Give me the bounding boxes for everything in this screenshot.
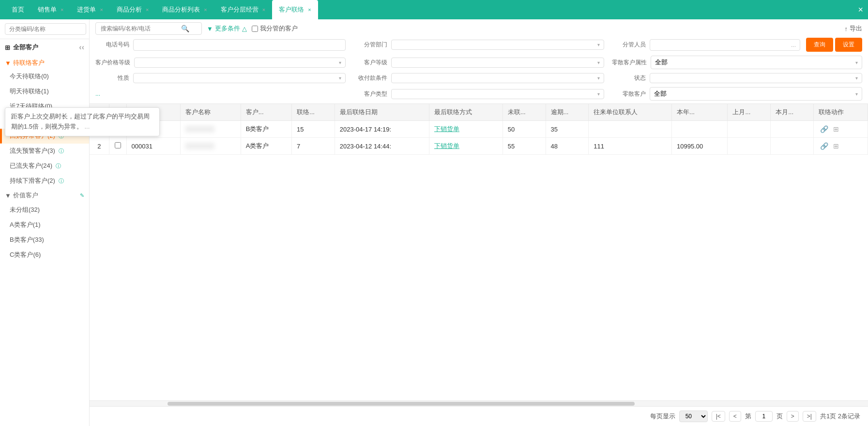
sidebar-item-today[interactable]: 今天待联络(0): [0, 69, 89, 84]
nav-customer-contact[interactable]: 客户联络 ×: [272, 0, 318, 19]
row2-code: 000031: [126, 138, 181, 155]
nav-product-analysis-list[interactable]: 商品分析列表 ×: [155, 0, 213, 19]
nav-customer-contact-close[interactable]: ×: [308, 0, 311, 19]
filter-payment-terms-select[interactable]: ▾: [391, 73, 604, 83]
nav-home[interactable]: 首页: [5, 0, 31, 19]
row2-current-year: 10995.00: [672, 138, 728, 155]
my-customer-checkbox[interactable]: 我分管的客户: [252, 24, 298, 33]
filter-retail-customer-select[interactable]: 全部 ▾: [650, 87, 862, 101]
next-page-btn[interactable]: >: [787, 411, 799, 422]
settings-button[interactable]: 设置: [835, 38, 862, 52]
horizontal-scrollbar[interactable]: [90, 400, 868, 406]
sidebar-item-ungroup[interactable]: 未分组(32): [0, 203, 89, 218]
row2-last-contact-method[interactable]: 下销货单: [429, 138, 503, 155]
row1-last-contact-method[interactable]: 下销货单: [429, 121, 503, 138]
row2-grid-icon[interactable]: ⊞: [833, 142, 839, 150]
filter-bar: 🔍 ▼ 更多条件 △ 我分管的客户 ↑ 导出: [90, 19, 868, 104]
query-button[interactable]: 查询: [806, 38, 833, 52]
sidebar-item-churned[interactable]: 已流失客户(24) ⓘ: [0, 159, 89, 174]
filter-status-select[interactable]: ▾: [650, 73, 862, 83]
first-page-btn[interactable]: |<: [712, 411, 725, 422]
sidebar-item-c-class[interactable]: C类客户(6): [0, 248, 89, 263]
sidebar-value-edit-icon[interactable]: ✎: [80, 192, 84, 199]
filter-manager: 分管人员 ... 查询 设置: [612, 38, 862, 52]
th-last-month: 上月...: [728, 104, 771, 121]
sidebar-item-churn-info[interactable]: ⓘ: [59, 148, 64, 154]
row1-not-contacted: 50: [503, 121, 546, 138]
row1-actions[interactable]: 🔗 ⊞: [813, 121, 868, 138]
page-input[interactable]: [755, 411, 773, 422]
sidebar-item-churn-warning[interactable]: 流失预警客户(3) ⓘ: [0, 144, 89, 159]
filter-nature-select[interactable]: ▾: [133, 73, 346, 83]
filter-dept: 分管部门 ▾: [353, 38, 604, 52]
main-search-input[interactable]: [101, 25, 178, 32]
row2-partner-contact: 111: [589, 138, 672, 155]
page-suffix: 页: [777, 412, 783, 421]
main-search-icon[interactable]: 🔍: [181, 25, 189, 32]
scrollbar-thumb[interactable]: [168, 402, 635, 406]
sidebar-item-b-class[interactable]: B类客户(33): [0, 233, 89, 248]
filter-customer-level-label: 客户等级: [353, 59, 387, 67]
export-button[interactable]: ↑ 导出: [845, 24, 863, 33]
filter-extra-more[interactable]: ...: [95, 90, 100, 97]
nav-product-analysis-list-close[interactable]: ×: [204, 0, 207, 19]
nav-customer-tier-close[interactable]: ×: [262, 0, 265, 19]
row2-name[interactable]: [181, 138, 241, 155]
filter-customer-level: 客户等级 ▾: [353, 56, 604, 69]
sidebar: 🔍 ⊞ 全部客户 ‹‹ ▼ 待联络客户 今天待联络(0) 明天待联络(1) 近7…: [0, 19, 90, 426]
filter-icon: ▼: [207, 25, 213, 32]
sidebar-grid-icon: ⊞: [5, 44, 10, 51]
sidebar-all-customers-header: ⊞ 全部客户 ‹‹: [0, 39, 89, 56]
sidebar-all-customers-label[interactable]: 全部客户: [13, 43, 38, 52]
filter-customer-type-select[interactable]: ▾: [391, 89, 604, 99]
row2-checkbox[interactable]: [109, 138, 126, 155]
nav-product-analysis[interactable]: 商品分析 ×: [110, 0, 155, 19]
sidebar-collapse-icon[interactable]: ‹‹: [79, 43, 84, 52]
last-page-btn[interactable]: >|: [803, 411, 816, 422]
row2-actions[interactable]: 🔗 ⊞: [813, 138, 868, 155]
nav-product-analysis-close[interactable]: ×: [146, 0, 149, 19]
sidebar-search-input[interactable]: [5, 23, 86, 35]
row2-link-icon[interactable]: 🔗: [820, 142, 828, 150]
row1-customer-type: B类客户: [241, 121, 291, 138]
chevron-nature-icon: ▾: [339, 75, 341, 81]
window-close-button[interactable]: ×: [858, 5, 863, 15]
row1-grid-icon[interactable]: ⊞: [833, 125, 839, 133]
pagination-bar: 每页显示 50 20 100 |< < 第 页 > >| 共1页 2条记录: [90, 406, 868, 426]
chevron-price-icon: ▾: [339, 60, 341, 65]
chevron-up-icon: △: [242, 25, 247, 32]
chevron-ctype-icon: ▾: [597, 91, 600, 97]
nav-sales-order-close[interactable]: ×: [61, 0, 63, 19]
sidebar-item-tomorrow[interactable]: 明天待联络(1): [0, 84, 89, 99]
sidebar-item-declining-info[interactable]: ⓘ: [59, 178, 64, 184]
filter-nature: 性质 ▾: [95, 73, 346, 83]
sidebar-value-arrow: ▼: [5, 192, 11, 199]
nav-sales-order[interactable]: 销售单 ×: [31, 0, 70, 19]
filter-dept-select[interactable]: ▾: [391, 40, 604, 50]
sidebar-group-pending[interactable]: ▼ 待联络客户: [0, 56, 89, 69]
prev-page-btn[interactable]: <: [729, 411, 741, 422]
filter-price-level-select[interactable]: ▾: [134, 58, 346, 68]
sidebar-item-churned-info[interactable]: ⓘ: [56, 163, 61, 169]
chevron-payment-icon: ▾: [597, 75, 600, 81]
nav-customer-tier[interactable]: 客户分层经营 ×: [214, 0, 272, 19]
row1-name[interactable]: [181, 121, 241, 138]
sidebar-item-declining[interactable]: 持续下滑客户(2) ⓘ: [0, 174, 89, 189]
filter-retail-attr-select[interactable]: 全部 ▾: [651, 56, 862, 69]
sidebar-item-a-class[interactable]: A类客户(1): [0, 218, 89, 233]
row2-customer-type: A类客户: [241, 138, 291, 155]
active-indicator: [0, 129, 2, 144]
filter-status: 状态 ▾: [612, 73, 862, 83]
filter-manager-select[interactable]: ...: [650, 39, 800, 51]
th-name: 客户名称: [181, 104, 241, 121]
per-page-select[interactable]: 50 20 100: [679, 411, 708, 422]
sidebar-value-customers-section[interactable]: ▼ 价值客户 ✎: [0, 188, 89, 203]
my-customer-check[interactable]: [252, 26, 258, 32]
nav-purchase-order[interactable]: 进货单 ×: [70, 0, 109, 19]
nav-purchase-order-close[interactable]: ×: [100, 0, 103, 19]
row1-link-icon[interactable]: 🔗: [820, 125, 828, 133]
filter-customer-level-select[interactable]: ▾: [391, 58, 604, 68]
more-conditions-btn[interactable]: ▼ 更多条件 △: [207, 24, 247, 33]
chevron-down-icon: ▾: [597, 42, 600, 47]
filter-phone-input[interactable]: [133, 39, 346, 51]
